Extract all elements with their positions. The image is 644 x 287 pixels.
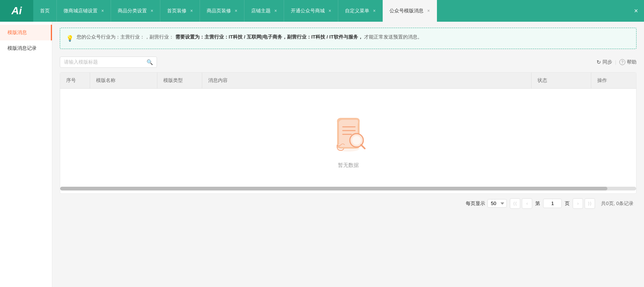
tab-home[interactable]: 首页 [33, 0, 57, 22]
notice-text: 您的公众号行业为：主营行业：，副营行业： 需要设置为：主营行业：IT科技 / 互… [77, 33, 422, 41]
tab-product-decor-label: 商品页装修 [207, 7, 231, 14]
tab-homepage-decor-label: 首页装修 [167, 7, 187, 14]
search-input-wrap: 🔍 [60, 57, 157, 68]
table-header: 序号 模版名称 模版类型 消息内容 状态 操作 [60, 73, 636, 89]
page-unit: 页 [565, 200, 570, 207]
help-button[interactable]: ? 帮助 [619, 59, 637, 65]
per-page-dropdown[interactable]: 50 10 20 100 [487, 199, 507, 208]
app-logo: Ai [0, 0, 33, 22]
empty-text: 暂无数据 [338, 162, 359, 169]
scrollbar-thumb [60, 187, 607, 190]
sidebar-item-template-msg[interactable]: 模版消息 [0, 25, 52, 40]
tab-shop-setting-label: 微商城店铺设置 [64, 7, 98, 14]
tab-open-mall[interactable]: 开通公众号商城 × [284, 0, 338, 22]
tab-category-label: 商品分类设置 [118, 7, 147, 14]
tab-home-label: 首页 [40, 7, 50, 14]
total-info: 共0页, 0条记录 [601, 200, 634, 207]
tab-custom-menu-close[interactable]: × [373, 8, 376, 13]
page-last-button[interactable]: ⟩⟩ [585, 198, 595, 209]
content-area: 💡 您的公众号行业为：主营行业：，副营行业： 需要设置为：主营行业：IT科技 /… [52, 22, 644, 287]
svg-point-5 [352, 136, 361, 145]
col-content: 消息内容 [202, 73, 531, 88]
empty-icon [326, 111, 371, 156]
tab-product-decor[interactable]: 商品页装修 × [200, 0, 244, 22]
data-table: 序号 模版名称 模版类型 消息内容 状态 操作 [60, 72, 637, 194]
tab-template-msg-close[interactable]: × [427, 8, 430, 13]
toolbar-right: ↻ 同步 | ? 帮助 [597, 59, 637, 65]
main-layout: 模版消息 模版消息记录 💡 您的公众号行业为：主营行业：，副营行业： 需要设置为… [0, 22, 644, 287]
sync-button[interactable]: ↻ 同步 [597, 59, 612, 65]
tab-homepage-decor[interactable]: 首页装修 × [160, 0, 200, 22]
tab-product-decor-close[interactable]: × [235, 8, 237, 13]
tab-theme-label: 店铺主题 [251, 7, 271, 14]
page-navigation: ⟨⟨ ‹ 第 页 › ⟩⟩ [510, 198, 595, 209]
sidebar-item-template-msg-record-label: 模版消息记录 [7, 45, 37, 51]
tab-shop-setting[interactable]: 微商城店铺设置 × [57, 0, 111, 22]
page-next-button[interactable]: › [573, 198, 583, 209]
page-input[interactable] [543, 199, 562, 208]
sync-icon: ↻ [597, 59, 601, 65]
search-button[interactable]: 🔍 [147, 59, 153, 65]
tab-category-close[interactable]: × [151, 8, 153, 13]
tab-theme-close[interactable]: × [274, 8, 277, 13]
tab-theme[interactable]: 店铺主题 × [244, 0, 284, 22]
horizontal-scrollbar[interactable] [60, 187, 636, 190]
search-bar: 🔍 ↻ 同步 | ? 帮助 [60, 57, 637, 68]
notice-prefix: 您的公众号行业为：主营行业：，副营行业： [77, 34, 174, 40]
empty-state: 暂无数据 [60, 89, 636, 184]
nav-close-all-button[interactable]: × [628, 7, 644, 15]
col-index: 序号 [60, 73, 90, 88]
nav-tabs: 首页 微商城店铺设置 × 商品分类设置 × 首页装修 × 商品页装修 × 店铺主… [33, 0, 628, 22]
tab-open-mall-close[interactable]: × [329, 8, 331, 13]
tab-custom-menu-label: 自定义菜单 [345, 7, 369, 14]
notice-highlight: 需要设置为：主营行业：IT科技 / 互联网|电子商务，副营行业：IT科技 / I… [175, 34, 363, 40]
notice-icon: 💡 [66, 34, 74, 43]
sidebar-item-template-msg-record[interactable]: 模版消息记录 [0, 40, 52, 56]
notice-box: 💡 您的公众号行业为：主营行业：，副营行业： 需要设置为：主营行业：IT科技 /… [60, 28, 637, 49]
help-icon: ? [619, 59, 625, 65]
col-status: 状态 [531, 73, 591, 88]
sync-label: 同步 [603, 59, 612, 65]
top-nav: Ai 首页 微商城店铺设置 × 商品分类设置 × 首页装修 × 商品页装修 × … [0, 0, 644, 22]
notice-suffix: 才能正常发送预置的消息。 [364, 34, 422, 40]
page-first-button[interactable]: ⟨⟨ [510, 198, 520, 209]
tab-open-mall-label: 开通公众号商城 [291, 7, 325, 14]
svg-line-6 [361, 145, 365, 149]
page-prev-button[interactable]: ‹ [522, 198, 532, 209]
col-name: 模版名称 [90, 73, 157, 88]
col-action: 操作 [591, 73, 636, 88]
col-type: 模版类型 [157, 73, 202, 88]
tab-custom-menu[interactable]: 自定义菜单 × [338, 0, 383, 22]
pagination: 每页显示 50 10 20 100 ⟨⟨ ‹ 第 页 › ⟩⟩ 共0页, 0条记… [60, 194, 637, 213]
page-label: 第 [535, 200, 540, 207]
logo-text: Ai [12, 5, 22, 17]
sidebar-item-template-msg-label: 模版消息 [7, 30, 27, 35]
search-input[interactable] [64, 59, 144, 65]
tab-homepage-decor-close[interactable]: × [190, 8, 193, 13]
help-label: 帮助 [627, 59, 637, 65]
tab-template-msg-label: 公众号模版消息 [389, 7, 423, 14]
sidebar: 模版消息 模版消息记录 [0, 22, 52, 287]
tab-template-msg[interactable]: 公众号模版消息 × [383, 0, 437, 22]
per-page-select: 每页显示 50 10 20 100 [466, 199, 507, 208]
tab-shop-setting-close[interactable]: × [101, 8, 104, 13]
tab-category[interactable]: 商品分类设置 × [111, 0, 160, 22]
per-page-label: 每页显示 [466, 200, 485, 207]
toolbar-divider: | [615, 59, 616, 65]
